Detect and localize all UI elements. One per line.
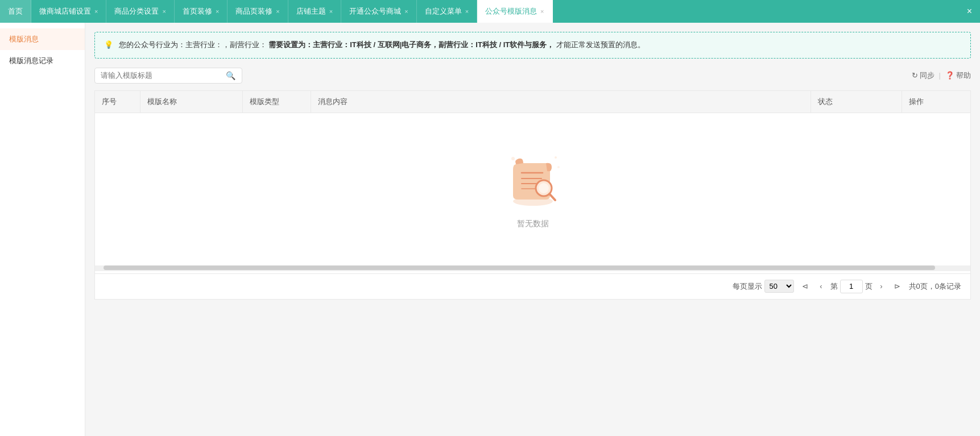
sidebar-item-template-msg-log[interactable]: 模版消息记录 <box>0 50 85 72</box>
tab-label: 公众号模版消息 <box>485 6 537 16</box>
page-nav: ⊲ ‹ 第 页 › ⊳ <box>799 280 904 293</box>
notice-suffix: 才能正常发送预置的消息。 <box>556 40 645 49</box>
tab-open-mall[interactable]: 开通公众号商城× <box>341 0 416 23</box>
th-status: 状态 <box>811 91 902 113</box>
tab-label: 店铺主题 <box>296 6 326 16</box>
help-icon: ❓ <box>945 71 954 80</box>
notice-highlight: 需要设置为：主营行业：IT科技 / 互联网|电子商务，副营行业：IT科技 / I… <box>268 40 554 49</box>
tab-product-deco[interactable]: 商品页装修× <box>228 0 288 23</box>
scrollbar-thumb[interactable] <box>104 265 935 270</box>
sync-label: 同步 <box>920 70 934 81</box>
help-label: 帮助 <box>956 70 971 81</box>
tab-close-template-msg[interactable]: × <box>540 8 544 15</box>
tab-category[interactable]: 商品分类设置× <box>106 0 174 23</box>
page-number-input[interactable] <box>840 280 863 293</box>
tab-home[interactable]: 首页 <box>0 0 31 23</box>
page-prefix: 第 <box>830 281 838 292</box>
empty-icon <box>502 147 564 210</box>
empty-state: 暂无数据 <box>95 113 970 263</box>
table-header: 序号模版名称模版类型消息内容状态操作 <box>95 91 970 113</box>
svg-point-6 <box>539 183 549 193</box>
th-content: 消息内容 <box>311 91 811 113</box>
main-layout: 模版消息模版消息记录 💡 您的公众号行业为：主营行业：，副营行业： 需要设置为：… <box>0 23 980 436</box>
tab-close-homepage-deco[interactable]: × <box>216 8 219 15</box>
tab-close-category[interactable]: × <box>162 8 166 15</box>
sidebar-item-template-msg[interactable]: 模版消息 <box>0 28 85 50</box>
last-page-button[interactable]: ⊳ <box>891 280 904 293</box>
tab-close-shop-theme[interactable]: × <box>329 8 333 15</box>
search-input[interactable] <box>101 71 226 80</box>
prev-page-button[interactable]: ‹ <box>814 280 828 293</box>
divider: | <box>939 71 941 80</box>
search-bar: 🔍 ↻ 同步 | ❓ 帮助 <box>94 68 971 84</box>
search-input-wrap[interactable]: 🔍 <box>94 68 242 84</box>
notice-icon: 💡 <box>104 40 113 49</box>
table-wrap: 序号模版名称模版类型消息内容状态操作 <box>94 90 971 300</box>
search-icon[interactable]: 🔍 <box>226 71 235 80</box>
top-nav: 首页微商城店铺设置×商品分类设置×首页装修×商品页装修×店铺主题×开通公众号商城… <box>0 0 980 23</box>
th-type: 模版类型 <box>243 91 311 113</box>
search-actions: ↻ 同步 | ❓ 帮助 <box>912 70 971 81</box>
notice-box: 💡 您的公众号行业为：主营行业：，副营行业： 需要设置为：主营行业：IT科技 /… <box>94 32 971 59</box>
page-size-dropdown[interactable]: 102050100 <box>764 280 794 293</box>
help-button[interactable]: ❓ 帮助 <box>945 70 971 81</box>
tab-close-micro-shop[interactable]: × <box>94 8 98 15</box>
scrollbar-area[interactable] <box>95 265 970 271</box>
tab-label: 开通公众号商城 <box>349 6 401 16</box>
th-name: 模版名称 <box>140 91 243 113</box>
empty-text: 暂无数据 <box>517 219 549 229</box>
th-index: 序号 <box>95 91 140 113</box>
tab-close-custom-menu[interactable]: × <box>465 8 469 15</box>
pagination: 每页显示 102050100 ⊲ ‹ 第 页 › ⊳ 共0页，0条记录 <box>95 273 970 299</box>
tab-micro-shop[interactable]: 微商城店铺设置× <box>31 0 106 23</box>
svg-point-8 <box>511 157 515 160</box>
tab-shop-theme[interactable]: 店铺主题× <box>288 0 341 23</box>
tab-label: 商品分类设置 <box>114 6 159 16</box>
tab-custom-menu[interactable]: 自定义菜单× <box>417 0 477 23</box>
tab-label: 自定义菜单 <box>425 6 462 16</box>
sync-icon: ↻ <box>912 71 918 80</box>
th-action: 操作 <box>902 91 970 113</box>
tab-template-msg[interactable]: 公众号模版消息× <box>477 0 552 23</box>
tab-close-open-mall[interactable]: × <box>404 8 408 15</box>
svg-point-9 <box>555 156 557 159</box>
svg-point-10 <box>557 166 560 168</box>
page-suffix: 页 <box>865 281 873 292</box>
tab-homepage-deco[interactable]: 首页装修× <box>175 0 228 23</box>
tab-label: 微商城店铺设置 <box>39 6 91 16</box>
tab-label: 首页 <box>8 6 23 16</box>
sync-button[interactable]: ↻ 同步 <box>912 70 934 81</box>
content-area: 💡 您的公众号行业为：主营行业：，副营行业： 需要设置为：主营行业：IT科技 /… <box>85 23 980 436</box>
tab-label: 商品页装修 <box>235 6 272 16</box>
first-page-button[interactable]: ⊲ <box>799 280 812 293</box>
page-size-select: 每页显示 102050100 <box>733 280 794 293</box>
tab-close-product-deco[interactable]: × <box>276 8 279 15</box>
close-all-button[interactable]: × <box>959 0 980 23</box>
total-info: 共0页，0条记录 <box>909 281 961 292</box>
page-size-label: 每页显示 <box>733 281 762 292</box>
next-page-button[interactable]: › <box>875 280 888 293</box>
notice-prefix: 您的公众号行业为：主营行业：，副营行业： <box>119 40 267 49</box>
tab-label: 首页装修 <box>183 6 212 16</box>
sidebar: 模版消息模版消息记录 <box>0 23 85 436</box>
